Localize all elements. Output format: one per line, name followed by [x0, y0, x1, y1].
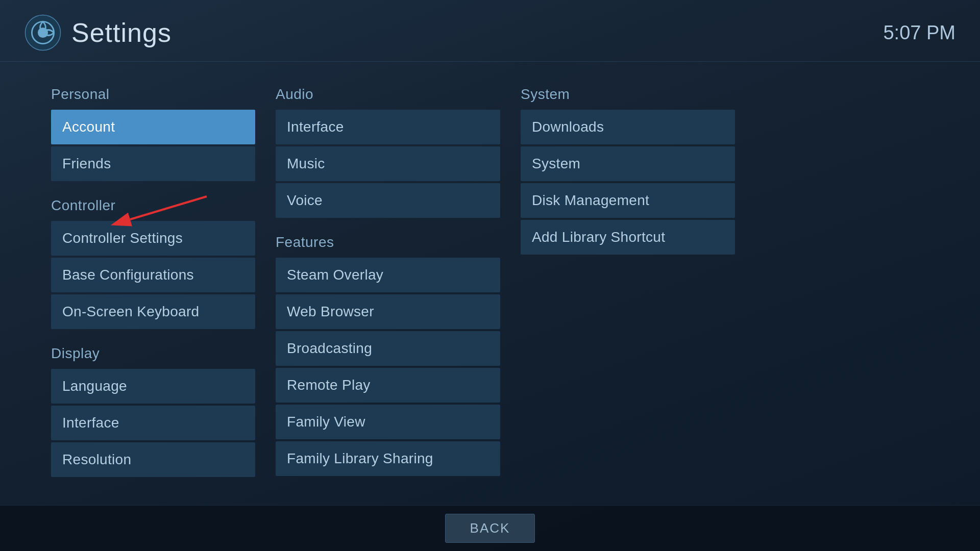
- section-label-display: Display: [51, 345, 255, 362]
- sidebar-item-base-configurations[interactable]: Base Configurations: [51, 258, 255, 292]
- sidebar-item-downloads[interactable]: Downloads: [521, 110, 735, 144]
- sidebar-item-resolution[interactable]: Resolution: [51, 442, 255, 477]
- section-label-personal: Personal: [51, 86, 255, 103]
- sidebar-item-family-library-sharing[interactable]: Family Library Sharing: [276, 441, 500, 476]
- sidebar-item-music[interactable]: Music: [276, 146, 500, 181]
- sidebar-item-add-library-shortcut[interactable]: Add Library Shortcut: [521, 220, 735, 255]
- sidebar-item-disk-management[interactable]: Disk Management: [521, 183, 735, 218]
- page-title: Settings: [71, 17, 172, 48]
- sidebar-item-steam-overlay[interactable]: Steam Overlay: [276, 258, 500, 292]
- sidebar-item-friends[interactable]: Friends: [51, 146, 255, 181]
- sidebar-item-web-browser[interactable]: Web Browser: [276, 294, 500, 329]
- clock: 5:07 PM: [883, 22, 955, 44]
- sidebar-item-on-screen-keyboard[interactable]: On-Screen Keyboard: [51, 294, 255, 329]
- sidebar-item-interface-display[interactable]: Interface: [51, 406, 255, 440]
- header: Settings 5:07 PM: [0, 0, 980, 62]
- sidebar-item-voice[interactable]: Voice: [276, 183, 500, 218]
- middle-column: Audio Interface Music Voice Features Ste…: [276, 86, 521, 500]
- left-column: Personal Account Friends Controller Cont…: [51, 86, 276, 500]
- sidebar-item-account[interactable]: Account: [51, 110, 255, 144]
- back-button[interactable]: BACK: [445, 514, 535, 543]
- section-label-controller: Controller: [51, 197, 255, 214]
- main-content: Personal Account Friends Controller Cont…: [0, 62, 980, 500]
- sidebar-item-language[interactable]: Language: [51, 369, 255, 404]
- sidebar-item-controller-settings[interactable]: Controller Settings: [51, 221, 255, 256]
- section-label-features: Features: [276, 234, 500, 251]
- sidebar-item-broadcasting[interactable]: Broadcasting: [276, 331, 500, 366]
- sidebar-item-family-view[interactable]: Family View: [276, 405, 500, 439]
- sidebar-item-interface-audio[interactable]: Interface: [276, 110, 500, 144]
- sidebar-item-system[interactable]: System: [521, 146, 735, 181]
- sidebar-item-remote-play[interactable]: Remote Play: [276, 368, 500, 403]
- bottom-bar: BACK: [0, 505, 980, 551]
- header-left: Settings: [24, 14, 172, 51]
- section-label-system: System: [521, 86, 735, 103]
- right-column: System Downloads System Disk Management …: [521, 86, 735, 500]
- steam-logo-icon: [24, 14, 61, 51]
- section-label-audio: Audio: [276, 86, 500, 103]
